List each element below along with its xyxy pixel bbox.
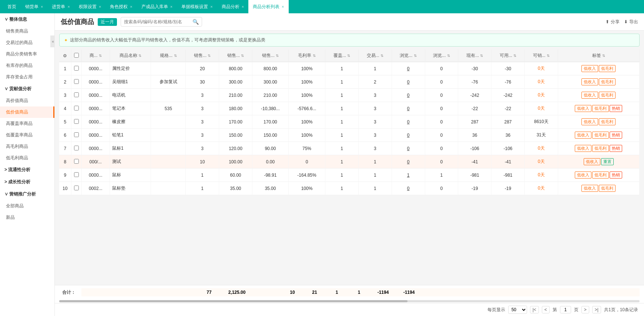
row-views1[interactable]: 0 — [392, 102, 425, 115]
sidebar-group-contribution[interactable]: ∨ 贡献值分析 — [0, 83, 54, 95]
row-checkbox[interactable] — [71, 115, 81, 129]
nav-template-settings[interactable]: 单据模板设置 × — [177, 0, 217, 13]
row-num: 6 — [59, 129, 71, 142]
th-name[interactable]: 商品名称 ⇅ — [110, 50, 151, 62]
row-checkbox[interactable] — [71, 129, 81, 142]
sidebar-item-high-margin[interactable]: 高毛利商品 — [0, 141, 54, 152]
row-available-stock: -242 — [492, 89, 525, 102]
row-current-stock: -41 — [458, 155, 492, 169]
sidebar-group-marketing[interactable]: ∨ 营销推广分析 — [0, 188, 54, 200]
row-checkbox[interactable] — [71, 142, 81, 155]
sidebar-item-in-stock-products[interactable]: 有库存的商品 — [0, 60, 54, 71]
th-coverage[interactable]: 覆盖... ⇅ — [325, 50, 359, 62]
row-views1[interactable]: 1 — [392, 169, 425, 182]
row-checkbox[interactable] — [71, 75, 81, 89]
row-checkbox[interactable] — [71, 182, 81, 195]
th-available-stock[interactable]: 可用... ⇅ — [492, 50, 525, 62]
time-badge[interactable]: 近一月 — [98, 18, 117, 26]
row-views1[interactable]: 0 — [392, 62, 425, 75]
sidebar-item-stock-fund[interactable]: 库存资金占用 — [0, 71, 54, 83]
sidebar-item-low-margin[interactable]: 低毛利商品 — [0, 152, 54, 164]
row-coverage: 1 — [325, 182, 359, 195]
nav-permissions[interactable]: 权限设置 × — [74, 0, 105, 13]
next-page-btn[interactable]: > — [581, 306, 589, 313]
sidebar-group-overall[interactable]: ∨ 整体信息 — [0, 13, 54, 26]
row-views1[interactable]: 0 — [392, 129, 425, 142]
close-role-auth[interactable]: × — [130, 4, 132, 9]
sidebar-collapse-btn[interactable]: « — [50, 35, 55, 47]
th-code[interactable]: 商... ⇅ — [81, 50, 110, 62]
row-views1[interactable]: 0 — [392, 142, 425, 155]
row-name: 笔记本 — [110, 102, 151, 115]
row-views1[interactable]: 0 — [392, 115, 425, 129]
close-purchase-order[interactable]: × — [67, 4, 70, 9]
nav-product-analysis[interactable]: 商品分析 × — [217, 0, 248, 13]
search-input[interactable] — [124, 19, 191, 24]
row-sales-q: 1 — [186, 169, 219, 182]
th-sales-income[interactable]: 销售... ⇅ — [219, 50, 252, 62]
close-template-settings[interactable]: × — [210, 4, 212, 9]
sidebar-item-high-coverage[interactable]: 高覆盖率商品 — [0, 118, 54, 129]
row-checkbox[interactable] — [71, 89, 81, 102]
row-spec — [151, 115, 186, 129]
row-views1[interactable]: 0 — [392, 155, 425, 169]
row-views1[interactable]: 0 — [392, 75, 425, 89]
prev-page-btn[interactable]: < — [542, 306, 550, 313]
th-current-stock[interactable]: 现有... ⇅ — [458, 50, 492, 62]
th-views2[interactable]: 浏览... ⇅ — [425, 50, 458, 62]
nav-role-auth[interactable]: 角色授权 × — [105, 0, 137, 13]
row-checkbox[interactable] — [71, 102, 81, 115]
sidebar-item-all-products[interactable]: 全部商品 — [0, 200, 54, 212]
row-code: 0000... — [81, 169, 110, 182]
nav-product-analysis-list[interactable]: 商品分析列表 × — [248, 0, 288, 13]
th-views1[interactable]: 浏览... ⇅ — [392, 50, 425, 62]
row-views1[interactable]: 0 — [392, 182, 425, 195]
close-product-analysis[interactable]: × — [242, 4, 244, 9]
sidebar-item-new-products[interactable]: 新品 — [0, 212, 54, 223]
first-page-btn[interactable]: |< — [530, 306, 539, 313]
row-checkbox[interactable] — [71, 62, 81, 75]
th-transactions[interactable]: 交易... ⇅ — [358, 50, 392, 62]
th-settings[interactable]: ⚙ — [59, 50, 71, 62]
close-product-analysis-list[interactable]: × — [282, 4, 284, 9]
nav-home[interactable]: 首页 — [3, 0, 21, 13]
th-spec[interactable]: 规格... ⇅ — [151, 50, 186, 62]
row-views2: 0 — [425, 89, 458, 102]
sidebar-item-sales-products[interactable]: 销售类商品 — [0, 26, 54, 37]
close-sales-order[interactable]: × — [41, 4, 43, 9]
row-name: 鼠标1 — [110, 142, 151, 155]
th-tags[interactable]: 标签 ⇅ — [558, 50, 639, 62]
row-num: 8 — [59, 155, 71, 169]
search-icon[interactable]: 🔍 — [192, 19, 199, 25]
row-checkbox[interactable] — [71, 155, 81, 169]
close-product-instock[interactable]: × — [170, 4, 172, 9]
sidebar-item-category-sales-rate[interactable]: 商品分类销售率 — [0, 48, 54, 60]
footer-bar: 合计： 77 2,125.00 10 21 1 1 -1194 -1194 — [55, 285, 644, 299]
th-saleable-stock[interactable]: 可销... ⇅ — [524, 50, 558, 62]
share-button[interactable]: ⬆ 分享 — [606, 19, 620, 25]
row-sales-q: 10 — [186, 155, 219, 169]
sidebar-item-traded-products[interactable]: 交易过的商品 — [0, 37, 54, 48]
nav-purchase-order[interactable]: 进货单 × — [47, 0, 74, 13]
th-checkbox[interactable] — [71, 50, 81, 62]
page-number-input[interactable] — [560, 306, 571, 313]
row-views1[interactable]: 0 — [392, 89, 425, 102]
sidebar-item-low-coverage[interactable]: 低覆盖率商品 — [0, 129, 54, 141]
close-permissions[interactable]: × — [99, 4, 101, 9]
sidebar-group-circulation[interactable]: > 流通性分析 — [0, 164, 54, 176]
nav-sales-order[interactable]: 销货单 × — [21, 0, 47, 13]
export-button[interactable]: ⬇ 导出 — [624, 19, 638, 25]
th-margin[interactable]: 毛利率 ⇅ — [288, 50, 325, 62]
nav-product-instock[interactable]: 产成品入库单 × — [137, 0, 177, 13]
last-page-btn[interactable]: >| — [592, 306, 601, 313]
select-all-checkbox[interactable] — [74, 53, 79, 58]
th-sales-q[interactable]: 销售... ⇅ — [186, 50, 219, 62]
th-sales-profit[interactable]: 销售... ⇅ — [252, 50, 288, 62]
row-checkbox[interactable] — [71, 169, 81, 182]
sidebar-group-growth[interactable]: > 成长性分析 — [0, 176, 54, 188]
row-code: 0000... — [81, 115, 110, 129]
sidebar-item-low-value[interactable]: 低价值商品 — [0, 106, 54, 118]
sidebar-item-high-value[interactable]: 高价值商品 — [0, 95, 54, 106]
page-size-select[interactable]: 50 100 200 — [508, 306, 527, 314]
row-views2: 1 — [425, 169, 458, 182]
